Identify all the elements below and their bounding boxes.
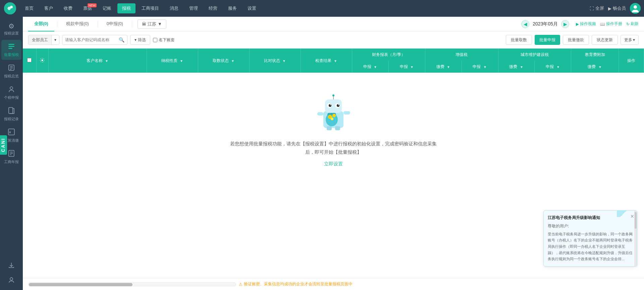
th-vat: 增值税 [425,49,498,61]
batch-fetch-btn[interactable]: 批量取数 [506,35,532,45]
filter-fetch-icon[interactable]: ▾ [231,59,235,63]
checkbox-label[interactable]: 名下账套 [153,37,175,43]
tab-zero-declare[interactable]: 0申报(0) [101,17,129,31]
filter-button[interactable]: ▾ 筛选 [130,35,150,45]
next-month-btn[interactable]: ▶ [561,20,569,28]
tab-bar: 全部(0) 税款申报(0) 0申报(0) 🏛 江苏 ▼ ◀ 2023年05月 ▶… [23,17,644,31]
svg-point-28 [338,104,339,105]
nav-operation[interactable]: 经营 [204,3,222,13]
more-btn[interactable]: 更多 ▾ [621,35,639,45]
svg-rect-12 [9,107,13,114]
search-input[interactable] [62,38,116,42]
employee-selector[interactable]: 全部员工 ▾ [28,35,59,45]
svg-point-1 [10,6,13,8]
sidebar-item-tax-summary[interactable]: 报税总览 [1,61,21,81]
table-body: ¥ 若您想使用批量报税功能，请先在【报税设置】中进行报税的初始化设置，完成密码验… [23,73,644,189]
nav-business[interactable]: 工商项目 [137,3,164,13]
notification-scrollbar[interactable] [634,211,637,266]
svg-text:¥: ¥ [329,116,330,118]
prev-month-btn[interactable]: ◀ [521,20,529,28]
tab-divider-1 [57,21,57,27]
filter-compare-icon[interactable]: ▾ [282,59,286,63]
horizontal-scrollbar[interactable] [28,282,236,286]
warning-text: ⚠ 验证账密、采集信息均成功的企业才会流转至批量报税页面中 [239,281,353,287]
notification-greeting: 尊敬的用户: [548,223,633,229]
th-city-pay: 缴费 ▾ [498,61,535,73]
sidebar-download[interactable] [1,259,21,271]
svg-rect-6 [8,48,12,49]
refresh-action[interactable]: ↻ 刷新 [626,21,639,27]
nav-tax[interactable]: 报税 [117,3,136,13]
th-operation: 操作 [619,49,644,73]
sidebar-label-batch-tax: 批量报税 [4,52,19,57]
tab-tax-declare[interactable]: 税款申报(0) [60,17,95,31]
province-dropdown-icon: ▼ [158,21,162,26]
checkbox-account[interactable] [153,38,157,42]
notification-close-btn[interactable]: ✕ [630,213,634,220]
batch-pay-btn[interactable]: 批量缴款 [563,35,589,45]
svg-point-37 [331,118,333,120]
sidebar-item-batch-tax[interactable]: 批量报税 [1,40,21,60]
th-edu-pay: 缴费 ▾ [571,61,619,73]
filter-vat-pay-icon[interactable]: ▾ [446,65,450,69]
sidebar-item-personal-tax[interactable]: 个税申报 [1,83,21,103]
status-update-btn[interactable]: 状态更新 [592,35,618,45]
employee-label: 全部员工 [29,35,52,45]
vip-btn[interactable]: ▶ 畅会员 [608,5,626,11]
nav-fee[interactable]: 收费 [59,3,77,13]
fullscreen-btn[interactable]: ⛶ 全屏 [590,5,604,11]
filter-check-icon[interactable]: ▾ [333,59,337,63]
svg-point-11 [10,87,13,89]
filter-vat-declare-icon[interactable]: ▾ [410,65,414,69]
setup-link[interactable]: 立即设置 [324,159,343,168]
empty-state: ¥ 若您想使用批量报税功能，请先在【报税设置】中进行报税的初始化设置，完成密码验… [23,73,644,189]
more-chevron-icon: ▾ [633,38,635,42]
employee-dropdown[interactable]: ▾ [52,35,59,45]
nav-service[interactable]: 服务 [223,3,241,13]
nav-ticket[interactable]: 票据 NEW [78,3,97,13]
select-all-checkbox[interactable] [27,58,32,62]
batch-declare-btn[interactable]: 批量申报 [535,35,560,45]
th-check-result: 检查结果 ▾ [301,49,352,73]
user-avatar[interactable] [630,3,641,14]
filter-city-pay-icon[interactable]: ▾ [520,65,524,69]
tab-all[interactable]: 全部(0) [28,17,54,31]
nav-message[interactable]: 消息 [165,3,183,13]
tax-summary-icon [8,64,15,72]
app-logo[interactable] [3,2,17,15]
nav-accounting[interactable]: 记账 [98,3,116,13]
search-button[interactable]: 🔍 [116,37,127,43]
filter-edu-declare-icon[interactable]: ▾ [556,65,560,69]
video-action[interactable]: ▶ 操作视频 [576,21,596,27]
annual-report-icon [8,150,15,158]
notification-content: 受当前电子税务局进一步升级的影响，同一个政务网账号（办税人）名下的企业不能再同时… [548,231,633,262]
th-fin-declare: 申报 ▾ [352,61,388,73]
sidebar-user[interactable] [1,274,21,286]
svg-rect-31 [317,112,323,116]
notification-scrollbar-thumb [635,212,637,229]
bottom-bar: ⚠ 验证账密、采集信息均成功的企业才会流转至批量报税页面中 [23,278,644,290]
robot-illustration: ¥ [313,93,354,133]
personal-tax-icon [8,85,15,94]
nav-settings[interactable]: 设置 [243,3,261,13]
filter-city-declare-icon[interactable]: ▾ [483,65,487,69]
nav-customer[interactable]: 客户 [40,3,58,13]
search-box: 🔍 [62,35,127,45]
toolbar-right: 批量取数 批量申报 批量缴款 状态更新 更多 ▾ [506,35,639,45]
th-fetch-status: 取数状态 ▾ [198,49,250,73]
manual-action[interactable]: 📖 操作手册 [600,21,622,27]
province-selector[interactable]: 🏛 江苏 ▼ [138,19,166,29]
sidebar-item-tax-records[interactable]: 报税记录 [1,104,21,124]
th-settings [36,49,48,73]
sidebar-item-tax-settings[interactable]: ⚙ 报税设置 [1,20,21,39]
tab-divider-2 [98,21,98,27]
filter-nature-icon[interactable]: ▾ [179,59,183,63]
province-label: 江苏 [148,21,156,27]
nav-home[interactable]: 首页 [20,3,38,13]
filter-fin-declare-icon[interactable]: ▾ [373,65,377,69]
empty-state-message: 若您想使用批量报税功能，请先在【报税设置】中进行报税的初始化设置，完成密码验证和… [226,140,441,156]
filter-edu-pay-icon[interactable]: ▾ [598,65,602,69]
filter-customer-icon[interactable]: ▾ [105,59,109,63]
nav-management[interactable]: 管理 [184,3,203,13]
th-city-declare: 申报 ▾ [462,61,498,73]
